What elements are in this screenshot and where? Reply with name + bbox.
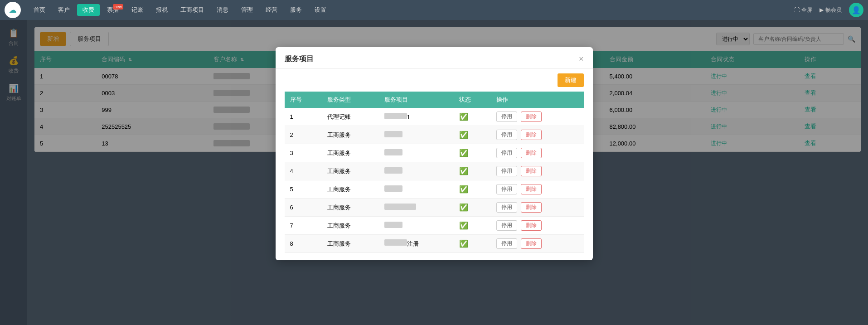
modal-cell-status: ✅ — [454, 126, 491, 144]
nav-fee[interactable]: 收费 — [77, 4, 100, 16]
stop-button[interactable]: 停用 — [496, 166, 517, 176]
modal-cell-type: 工商服务 — [322, 217, 379, 235]
list-item: 3 工商服务 ✅ 停用 删除 — [285, 144, 584, 162]
nav-customer[interactable]: 客户 — [53, 4, 75, 16]
list-item: 5 工商服务 ✅ 停用 删除 — [285, 180, 584, 199]
modal-col-seq: 序号 — [285, 92, 322, 108]
modal-toolbar: 新建 — [276, 69, 593, 92]
list-item: 4 工商服务 ✅ 停用 删除 — [285, 162, 584, 180]
list-item: 2 工商服务 ✅ 停用 删除 — [285, 126, 584, 144]
modal-cell-actions: 停用 删除 — [491, 235, 583, 253]
delete-button[interactable]: 删除 — [521, 148, 542, 158]
modal-cell-item — [379, 144, 454, 162]
modal-cell-status: ✅ — [454, 217, 491, 235]
modal-cell-actions: 停用 删除 — [491, 108, 583, 126]
modal-cell-item — [379, 217, 454, 235]
stop-button[interactable]: 停用 — [496, 202, 517, 213]
stop-button[interactable]: 停用 — [496, 220, 517, 231]
modal-cell-seq: 2 — [285, 126, 322, 144]
modal-col-action: 操作 — [491, 92, 583, 108]
list-item: 7 工商服务 ✅ 停用 删除 — [285, 217, 584, 235]
modal-overlay: 服务项目 × 新建 序号 服务类型 服务项目 状态 操作 1 代理记账 — [0, 20, 868, 325]
modal-cell-item — [379, 180, 454, 199]
modal-cell-status: ✅ — [454, 235, 491, 253]
modal-cell-status: ✅ — [454, 108, 491, 126]
status-check-icon: ✅ — [459, 185, 468, 193]
modal-cell-type: 工商服务 — [322, 162, 379, 180]
new-badge: new — [113, 4, 123, 10]
modal-close-button[interactable]: × — [579, 54, 584, 64]
delete-button[interactable]: 删除 — [521, 184, 542, 194]
status-check-icon: ✅ — [459, 240, 468, 247]
modal-cell-status: ✅ — [454, 162, 491, 180]
modal-cell-seq: 4 — [285, 162, 322, 180]
modal-cell-seq: 7 — [285, 217, 322, 235]
nav-home[interactable]: 首页 — [28, 4, 51, 16]
list-item: 1 代理记账 1 ✅ 停用 删除 — [285, 108, 584, 126]
modal-cell-seq: 6 — [285, 199, 322, 217]
nav-manage[interactable]: 管理 — [236, 4, 258, 16]
fullscreen-button[interactable]: ⛶ 全屏 — [794, 6, 812, 14]
modal-cell-status: ✅ — [454, 199, 491, 217]
nav-settings[interactable]: 设置 — [309, 4, 332, 16]
modal-cell-seq: 3 — [285, 144, 322, 162]
delete-button[interactable]: 删除 — [521, 202, 542, 213]
status-check-icon: ✅ — [459, 167, 468, 175]
service-modal: 服务项目 × 新建 序号 服务类型 服务项目 状态 操作 1 代理记账 — [276, 47, 593, 260]
modal-cell-item — [379, 162, 454, 180]
header-right: ⛶ 全屏 ▶ 畅会员 👤 — [794, 3, 863, 17]
modal-col-item: 服务项目 — [379, 92, 454, 108]
member-button[interactable]: ▶ 畅会员 — [820, 6, 842, 14]
stop-button[interactable]: 停用 — [496, 184, 517, 194]
nav-service[interactable]: 服务 — [285, 4, 307, 16]
member-label: 畅会员 — [825, 6, 842, 14]
modal-cell-actions: 停用 删除 — [491, 180, 583, 199]
top-nav: ☁ 首页 客户 收费 票据new 记账 报税 工商项目 消息 管理 经营 服务 … — [0, 0, 868, 20]
delete-button[interactable]: 删除 — [521, 220, 542, 231]
status-check-icon: ✅ — [459, 131, 468, 139]
modal-cell-type: 工商服务 — [322, 235, 379, 253]
modal-cell-item: 注册 — [379, 235, 454, 253]
stop-button[interactable]: 停用 — [496, 112, 517, 122]
delete-button[interactable]: 删除 — [521, 130, 542, 140]
modal-new-button[interactable]: 新建 — [558, 73, 584, 87]
modal-body: 序号 服务类型 服务项目 状态 操作 1 代理记账 1 ✅ 停用 删除 2 工商… — [276, 92, 593, 260]
user-avatar[interactable]: 👤 — [849, 3, 863, 17]
modal-cell-type: 工商服务 — [322, 180, 379, 199]
nav-operation[interactable]: 经营 — [260, 4, 283, 16]
modal-cell-actions: 停用 删除 — [491, 144, 583, 162]
modal-cell-actions: 停用 删除 — [491, 199, 583, 217]
modal-cell-seq: 5 — [285, 180, 322, 199]
modal-cell-type: 工商服务 — [322, 126, 379, 144]
modal-cell-actions: 停用 删除 — [491, 126, 583, 144]
modal-cell-actions: 停用 删除 — [491, 162, 583, 180]
modal-cell-item — [379, 126, 454, 144]
modal-cell-status: ✅ — [454, 180, 491, 199]
stop-button[interactable]: 停用 — [496, 238, 517, 249]
status-check-icon: ✅ — [459, 113, 468, 121]
nav-message[interactable]: 消息 — [211, 4, 234, 16]
stop-button[interactable]: 停用 — [496, 130, 517, 140]
modal-cell-actions: 停用 删除 — [491, 217, 583, 235]
nav-business[interactable]: 工商项目 — [175, 4, 209, 16]
nav-invoice[interactable]: 票据new — [102, 4, 124, 16]
delete-button[interactable]: 删除 — [521, 238, 542, 249]
list-item: 8 工商服务 注册 ✅ 停用 删除 — [285, 235, 584, 253]
stop-button[interactable]: 停用 — [496, 148, 517, 158]
member-icon: ▶ — [820, 7, 824, 13]
modal-header: 服务项目 × — [276, 47, 593, 69]
status-check-icon: ✅ — [459, 149, 468, 157]
modal-cell-type: 工商服务 — [322, 144, 379, 162]
fullscreen-icon: ⛶ — [794, 7, 800, 13]
modal-col-type: 服务类型 — [322, 92, 379, 108]
nav-tax[interactable]: 报税 — [150, 4, 173, 16]
delete-button[interactable]: 删除 — [521, 166, 542, 176]
status-check-icon: ✅ — [459, 204, 468, 211]
modal-cell-item: 1 — [379, 108, 454, 126]
modal-cell-status: ✅ — [454, 144, 491, 162]
nav-bookkeeping[interactable]: 记账 — [126, 4, 149, 16]
modal-cell-type: 代理记账 — [322, 108, 379, 126]
delete-button[interactable]: 删除 — [521, 112, 542, 122]
modal-cell-type: 工商服务 — [322, 199, 379, 217]
modal-cell-item — [379, 199, 454, 217]
